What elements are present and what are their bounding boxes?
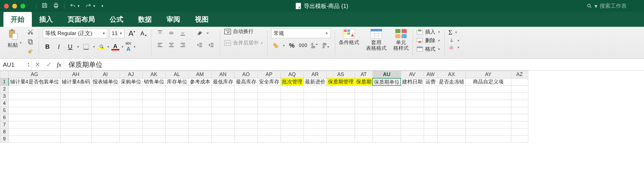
cell-AM6[interactable]	[188, 114, 211, 121]
cell-AI9[interactable]	[91, 135, 119, 142]
decrease-indent-button[interactable]	[195, 40, 205, 50]
cell-AI8[interactable]	[91, 128, 119, 135]
row-header-7[interactable]: 7	[0, 121, 9, 128]
sheet-search-input[interactable]	[600, 3, 639, 9]
increase-indent-button[interactable]	[206, 40, 216, 50]
cell-AU2[interactable]	[373, 85, 401, 93]
cell-AI4[interactable]	[91, 100, 119, 107]
print-icon[interactable]	[53, 2, 59, 10]
cell-AO3[interactable]	[234, 93, 257, 100]
decrease-font-button[interactable]: A▾	[138, 29, 147, 38]
row-header-2[interactable]: 2	[0, 85, 9, 93]
cell-AG3[interactable]	[9, 93, 61, 100]
cell-AN4[interactable]	[211, 100, 234, 107]
cell-AT1[interactable]: 保质期	[355, 78, 373, 86]
sheet-search[interactable]: ▾	[587, 3, 639, 9]
cell-AH9[interactable]	[60, 135, 91, 142]
percent-button[interactable]: %	[287, 41, 297, 50]
cell-AY8[interactable]	[466, 128, 511, 135]
align-right-button[interactable]	[178, 40, 188, 50]
cell-AW9[interactable]	[424, 135, 437, 142]
cell-AJ9[interactable]	[119, 135, 142, 142]
maximize-window-button[interactable]	[20, 4, 25, 9]
cell-AT4[interactable]	[355, 100, 373, 107]
cell-AP6[interactable]	[257, 114, 281, 121]
cell-AH7[interactable]	[60, 121, 91, 128]
paste-dropdown[interactable]: ▼	[19, 41, 22, 44]
cell-AK5[interactable]	[142, 107, 165, 114]
clear-button[interactable]: ▼	[448, 45, 460, 50]
col-header-AR[interactable]: AR	[304, 71, 327, 78]
cell-AO7[interactable]	[234, 121, 257, 128]
cell-AQ4[interactable]	[281, 100, 304, 107]
col-header-AS[interactable]: AS	[327, 71, 355, 78]
underline-dropdown[interactable]: ▼	[77, 45, 80, 48]
cell-AP4[interactable]	[257, 100, 281, 107]
format-cells-button[interactable]: 格式▼	[417, 46, 441, 52]
autosum-button[interactable]: Σ▼	[448, 28, 460, 36]
align-top-button[interactable]	[155, 28, 165, 38]
col-header-AI[interactable]: AI	[91, 71, 119, 78]
cell-AL2[interactable]	[165, 85, 188, 93]
cell-AY4[interactable]	[466, 100, 511, 107]
cell-AV3[interactable]	[401, 93, 424, 100]
cell-AZ4[interactable]	[511, 100, 528, 107]
cell-AN8[interactable]	[211, 128, 234, 135]
cell-AQ2[interactable]	[281, 85, 304, 93]
cell-AV4[interactable]	[401, 100, 424, 107]
cell-AG1[interactable]: 辅计量4是否包装单位	[9, 78, 61, 86]
cell-AO8[interactable]	[234, 128, 257, 135]
cell-AS8[interactable]	[327, 128, 355, 135]
cell-AN9[interactable]	[211, 135, 234, 142]
cell-AW2[interactable]	[424, 85, 437, 93]
cell-AH2[interactable]	[60, 85, 91, 93]
cell-AR1[interactable]: 最新进价	[304, 78, 327, 86]
cell-AS3[interactable]	[327, 93, 355, 100]
cell-AW7[interactable]	[424, 121, 437, 128]
cell-AH4[interactable]	[60, 100, 91, 107]
cell-AU7[interactable]	[373, 121, 401, 128]
cell-AZ6[interactable]	[511, 114, 528, 121]
cut-button[interactable]	[26, 28, 35, 35]
cell-AP8[interactable]	[257, 128, 281, 135]
cell-AM1[interactable]: 参考成本	[188, 78, 211, 86]
formula-value[interactable]: 保质期单位	[67, 60, 103, 69]
cell-AV9[interactable]	[401, 135, 424, 142]
cell-AI7[interactable]	[91, 121, 119, 128]
cell-AR5[interactable]	[304, 107, 327, 114]
tab-开始[interactable]: 开始	[3, 12, 32, 27]
cell-AJ3[interactable]	[119, 93, 142, 100]
cell-AT2[interactable]	[355, 85, 373, 93]
cell-AY7[interactable]	[466, 121, 511, 128]
increase-decimal-button[interactable]: .0.00	[310, 41, 319, 50]
row-header-3[interactable]: 3	[0, 93, 9, 100]
cell-AS4[interactable]	[327, 100, 355, 107]
cell-AO9[interactable]	[234, 135, 257, 142]
row-header-9[interactable]: 9	[0, 135, 9, 142]
cell-AU6[interactable]	[373, 114, 401, 121]
cell-AO5[interactable]	[234, 107, 257, 114]
cell-AK9[interactable]	[142, 135, 165, 142]
cell-AR3[interactable]	[304, 93, 327, 100]
cell-AV6[interactable]	[401, 114, 424, 121]
cell-AV5[interactable]	[401, 107, 424, 114]
cell-AU8[interactable]	[373, 128, 401, 135]
cell-AN7[interactable]	[211, 121, 234, 128]
insert-cells-button[interactable]: 插入▼	[417, 28, 441, 35]
cell-AV7[interactable]	[401, 121, 424, 128]
col-header-AM[interactable]: AM	[188, 71, 211, 78]
cell-AR7[interactable]	[304, 121, 327, 128]
format-painter-button[interactable]	[26, 48, 35, 55]
align-left-button[interactable]	[155, 40, 165, 50]
cell-AR6[interactable]	[304, 114, 327, 121]
cell-AL9[interactable]	[165, 135, 188, 142]
col-header-AP[interactable]: AP	[257, 71, 281, 78]
cell-AQ1[interactable]: 批次管理	[281, 78, 304, 86]
cell-AO2[interactable]	[234, 85, 257, 93]
undo-button[interactable]: ▼	[70, 3, 80, 9]
cell-AO6[interactable]	[234, 114, 257, 121]
cell-AQ9[interactable]	[281, 135, 304, 142]
fill-color-button[interactable]	[97, 44, 105, 50]
cell-AL5[interactable]	[165, 107, 188, 114]
cell-AS5[interactable]	[327, 107, 355, 114]
